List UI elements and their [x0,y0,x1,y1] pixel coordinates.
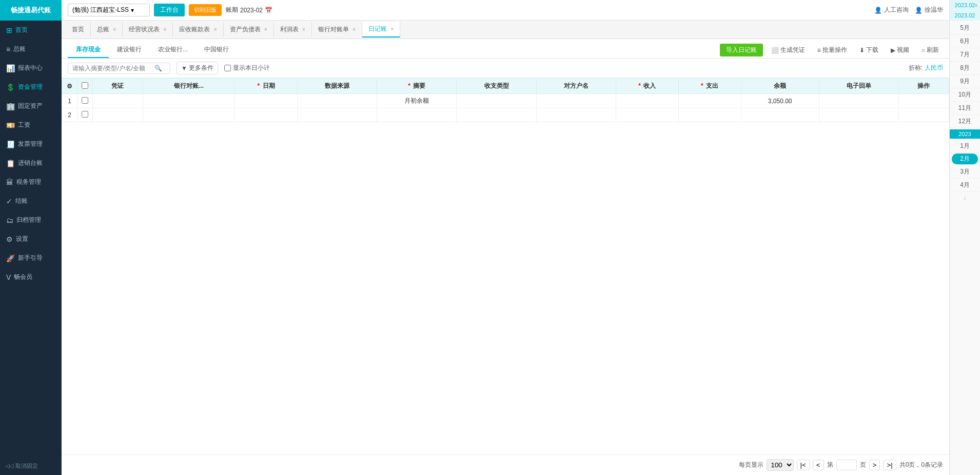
toolbar: 🔍 ▼ 更多条件 显示本日小计 折称: 人民币 [62,59,949,78]
tab-profit-close[interactable]: × [302,27,305,32]
per-page-select[interactable]: 100 [767,459,794,471]
month-7[interactable]: 7月 [950,48,980,62]
sidebar-item-salary[interactable]: 💴 工资 [0,116,62,135]
row1-expense [678,94,741,108]
month-2-active[interactable]: 2月 [952,154,978,165]
month-8[interactable]: 8月 [950,62,980,75]
row2-checkbox[interactable] [77,108,93,122]
refresh-btn[interactable]: ○ 刷新 [917,44,943,56]
batch-op-btn[interactable]: ≡ 批量操作 [813,44,851,56]
curr-year-header[interactable]: 2023.02 [950,10,980,21]
user-profile[interactable]: 👤 徐温华 [915,6,943,14]
month-5[interactable]: 5月 [950,22,980,35]
month-1[interactable]: 1月 [950,140,980,153]
tab-business-close[interactable]: × [164,27,167,32]
tab-journal[interactable]: 日记账 × [362,22,400,37]
down-arrow-icon: ↓ [964,194,967,201]
sidebar-item-finance[interactable]: 💲 资金管理 [0,78,62,97]
show-daily-input[interactable] [224,65,231,71]
tab-ledger-close[interactable]: × [113,27,116,32]
subtab-cash[interactable]: 库存现金 [68,42,109,58]
subtab-abc[interactable]: 农业银行... [150,42,196,58]
tab-balance-sheet[interactable]: 资产负债表 × [224,22,274,37]
unpin-btn[interactable]: ◁◁ 取消固定 [0,457,62,475]
sidebar-item-member[interactable]: V 畅会员 [0,268,62,287]
tab-receivable[interactable]: 应收账款表 × [173,22,223,37]
tab-bar: 首页 总账 × 经营状况表 × 应收账款表 × 资产负债表 × 利润表 × 银行… [62,21,949,39]
download-btn[interactable]: ⬇ 下载 [855,44,883,56]
sidebar-item-guide[interactable]: 🚀 新手引导 [0,249,62,268]
sidebar-item-settings[interactable]: ⚙ 设置 [0,230,62,249]
month-12[interactable]: 12月 [950,115,980,128]
generate-voucher-btn[interactable]: ⬜ 生成凭证 [767,44,809,56]
calendar-close-btn[interactable]: × [974,2,978,9]
workbench-button[interactable]: 工作台 [154,4,185,16]
sidebar-item-tax[interactable]: 🏛 税务管理 [0,173,62,192]
generate-icon: ⬜ [771,47,779,54]
row2-income [616,108,678,122]
search-input[interactable] [72,65,154,72]
sidebar-item-ledger[interactable]: ≡ 总账 [0,40,62,59]
currency-value[interactable]: 人民币 [925,64,943,72]
next-page-btn[interactable]: > [869,460,880,470]
prev-page-btn[interactable]: < [813,460,824,470]
filter-btn[interactable]: ▼ 更多条件 [177,62,218,74]
period-edit-icon[interactable]: 📅 [265,7,272,14]
tab-profit[interactable]: 利润表 × [274,22,312,37]
row2-num: 2 [62,108,77,122]
tab-bank-statement[interactable]: 银行对账单 × [312,22,362,37]
month-9[interactable]: 9月 [950,75,980,88]
sidebar-item-close[interactable]: ✓ 结账 [0,192,62,211]
search-box[interactable]: 🔍 [68,63,170,74]
sidebar-label-reports: 报表中心 [18,64,43,72]
sidebar-item-reports[interactable]: 📊 报表中心 [0,59,62,78]
tab-balance-sheet-close[interactable]: × [264,27,267,32]
sidebar-item-stockbook[interactable]: 📋 进销台账 [0,154,62,173]
first-page-btn[interactable]: |< [797,460,810,470]
search-icon[interactable]: 🔍 [154,65,162,72]
period-button[interactable]: 切到旧版 [189,4,222,16]
consultant-btn[interactable]: 👤 人工咨询 [874,6,909,14]
tab-ledger[interactable]: 总账 × [91,22,123,37]
period-label: 账期 [226,6,238,14]
subtab-ccb[interactable]: 建设银行 [109,42,150,58]
period-value: 2023-02 [240,7,263,14]
sidebar-item-home[interactable]: ⊞ 首页 [0,21,62,40]
tab-balance-sheet-label: 资产负债表 [230,26,261,33]
col-checkbox[interactable] [77,79,93,94]
month-3[interactable]: 3月 [950,165,980,179]
month-10[interactable]: 10月 [950,88,980,102]
top-right-area: 👤 人工咨询 👤 徐温华 [874,6,943,14]
sidebar-label-member: 畅会员 [14,273,32,281]
sidebar-item-invoice[interactable]: 🧾 发票管理 [0,135,62,154]
calendar-down-btn[interactable]: ↓ [950,192,980,203]
row1-checkbox[interactable] [77,94,93,108]
show-daily-checkbox[interactable]: 显示本日小计 [224,64,270,72]
tab-receivable-close[interactable]: × [214,27,217,32]
month-11[interactable]: 11月 [950,102,980,115]
tab-business[interactable]: 经营状况表 × [123,22,173,37]
sidebar-item-archive[interactable]: 🗂 归档管理 [0,211,62,230]
month-4[interactable]: 4月 [950,179,980,192]
top-header: (勉强) 江西超宝-LSS ▾ 工作台 切到旧版 账期 2023-02 📅 👤 … [62,0,949,21]
row2-source [297,108,377,122]
month-6[interactable]: 6月 [950,35,980,48]
import-journal-btn[interactable]: 导入日记账 [720,44,763,56]
finance-icon: 💲 [6,83,15,91]
page-input[interactable]: 1 [836,460,857,470]
subtab-ccb-label: 建设银行 [117,46,142,53]
last-page-btn[interactable]: >| [883,460,896,470]
tab-home[interactable]: 首页 [66,22,91,37]
row2-partner [536,108,616,122]
tab-journal-close[interactable]: × [390,26,394,32]
video-btn[interactable]: ▶ 视频 [887,44,913,56]
select-all-checkbox[interactable] [82,82,88,89]
download-icon: ⬇ [859,47,865,54]
company-selector[interactable]: (勉强) 江西超宝-LSS ▾ [68,4,150,16]
gear-icon[interactable]: ⚙ [67,83,72,90]
subtab-boc[interactable]: 中国银行 [196,42,237,58]
sidebar-item-assets[interactable]: 🏢 固定资产 [0,97,62,116]
sidebar-label-tax: 税务管理 [16,178,41,186]
col-gear[interactable]: ⚙ [62,79,77,94]
tab-bank-statement-close[interactable]: × [352,27,356,32]
